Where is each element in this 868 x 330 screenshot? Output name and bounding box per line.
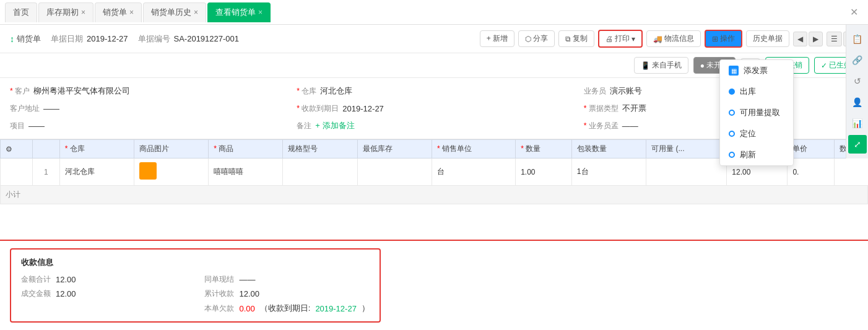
refresh-item[interactable]: 刷新 xyxy=(720,144,793,165)
sidebar-expand-icon[interactable]: ⤢ xyxy=(848,135,867,154)
doc-type-label: 销货单 xyxy=(17,33,41,45)
sidebar-link-icon[interactable]: 🔗 xyxy=(848,51,867,69)
locate-icon xyxy=(729,131,735,137)
col-settings[interactable]: ⚙ xyxy=(1,140,33,158)
row-sales-unit: 台 xyxy=(432,158,516,186)
address-label: 客户地址 xyxy=(10,103,40,114)
add-invoice-item[interactable]: ▦ 添发票 xyxy=(720,60,793,81)
row-image xyxy=(134,158,208,186)
address-row: 客户地址 —— xyxy=(10,103,284,114)
doc-type-icon: ↕ xyxy=(10,34,14,44)
col-product: 商品 xyxy=(209,140,283,158)
cumulative-value: 12.00 xyxy=(239,289,259,298)
locate-item[interactable]: 定位 xyxy=(720,123,793,144)
warehouse-row: 仓库 河北仓库 xyxy=(297,85,571,97)
tab-bar: 首页 库存期初 × 销货单 × 销货单历史 × 查看销货单 × ✕ xyxy=(0,0,868,25)
payment-info: 收款信息 金额合计 12.00 同单现结 —— 成交金额 12.00 累计收款 … xyxy=(10,248,381,323)
row-unit-price: 0. xyxy=(788,158,835,186)
circle-icon: ● xyxy=(700,61,705,70)
operations-icon: ⊞ xyxy=(712,35,718,43)
customer-row: 客户 柳州粤港平安气体有限公司 xyxy=(10,85,284,97)
share-button[interactable]: ⬡ 分享 xyxy=(518,30,555,47)
out-warehouse-icon xyxy=(729,89,735,95)
available-qty-item[interactable]: 可用量提取 xyxy=(720,102,793,123)
customer-label: 客户 xyxy=(10,86,30,97)
effective-icon: ✓ xyxy=(821,61,827,70)
project-row: 项目 —— xyxy=(10,120,284,131)
overdue-date: 2019-12-27 xyxy=(315,304,357,313)
operations-button[interactable]: ⊞ 操作 xyxy=(705,30,742,48)
add-remark-button[interactable]: + 添加备注 xyxy=(315,120,354,131)
sidebar-clipboard-icon[interactable]: 📋 xyxy=(848,30,867,48)
operations-dropdown: ▦ 添发票 出库 可用量提取 定位 刷新 xyxy=(719,59,794,166)
overdue-note: （收款到期日: xyxy=(260,303,311,314)
tab-sales-close[interactable]: × xyxy=(129,8,134,17)
print-button[interactable]: 🖨 打印 ▾ xyxy=(598,30,643,48)
print-dropdown-icon: ▾ xyxy=(631,35,635,43)
row-available xyxy=(646,158,727,186)
customer-value: 柳州粤港平安气体有限公司 xyxy=(33,85,130,97)
salesperson-value: —— xyxy=(622,121,638,131)
row-quantity: 1.00 xyxy=(516,158,572,186)
tab-sales-history[interactable]: 销货单历史 × xyxy=(143,2,206,22)
row-package-qty: 1台 xyxy=(571,158,646,186)
total-value: 12.00 xyxy=(56,275,76,284)
list-view-button[interactable]: ☰ xyxy=(827,32,842,46)
tab-view-sales[interactable]: 查看销货单 × xyxy=(207,2,271,22)
transaction-row: 成交金额 12.00 xyxy=(21,289,186,299)
tab-inventory-close[interactable]: × xyxy=(81,8,85,17)
from-phone-button[interactable]: 📱 来自手机 xyxy=(634,57,688,74)
overdue-close: ） xyxy=(362,303,370,314)
payment-grid: 金额合计 12.00 同单现结 —— 成交金额 12.00 累计收款 12.00 xyxy=(21,274,370,314)
refresh-icon xyxy=(729,152,735,158)
ticket-type-value: 不开票 xyxy=(622,103,646,114)
history-button[interactable]: 历史单据 xyxy=(746,30,789,47)
tab-history-close[interactable]: × xyxy=(194,8,198,17)
doc-type-badge: ↕ 销货单 xyxy=(10,33,41,45)
project-label: 项目 xyxy=(10,121,25,131)
bottom-section: 收款信息 金额合计 12.00 同单现结 —— 成交金额 12.00 累计收款 … xyxy=(0,240,868,330)
logistics-button[interactable]: 🚚 物流信息 xyxy=(646,30,701,47)
col-seq xyxy=(32,140,59,158)
col-warehouse: 仓库 xyxy=(59,140,134,158)
out-warehouse-item[interactable]: 出库 xyxy=(720,81,793,102)
cumulative-row: 累计收款 12.00 xyxy=(204,289,369,299)
col-image: 商品图片 xyxy=(134,140,208,158)
doc-meta-number: 单据编号 SA-20191227-001 xyxy=(138,33,240,45)
tab-inventory-init[interactable]: 库存期初 × xyxy=(38,2,93,22)
new-button[interactable]: + 新增 xyxy=(480,30,514,47)
total-label: 金额合计 xyxy=(21,274,51,285)
remark-row: 备注 + 添加备注 xyxy=(297,120,571,131)
header-actions: + 新增 ⬡ 分享 ⧉ 复制 🖨 打印 ▾ 🚚 物流信息 ⊞ 操作 xyxy=(480,30,858,48)
tab-sales-order[interactable]: 销货单 × xyxy=(95,2,142,22)
tab-home[interactable]: 首页 xyxy=(5,2,37,22)
staff-value: 演示账号 xyxy=(610,85,642,97)
copy-button[interactable]: ⧉ 复制 xyxy=(558,30,594,47)
nav-arrows: ◀ ▶ xyxy=(793,32,823,46)
payment-date-label: 收款到期日 xyxy=(297,103,339,114)
date-value: 2019-12-27 xyxy=(87,34,128,43)
next-button[interactable]: ▶ xyxy=(809,32,823,46)
tab-view-close[interactable]: × xyxy=(258,8,263,17)
cumulative-label: 累计收款 xyxy=(204,289,234,299)
row-settings xyxy=(1,158,33,186)
phone-icon: 📱 xyxy=(641,61,650,70)
global-close-button[interactable]: ✕ xyxy=(845,4,863,20)
overdue-row: 本单欠款 0.00 （收款到期日: 2019-12-27 ） xyxy=(204,303,369,314)
add-invoice-icon: ▦ xyxy=(729,66,739,76)
logistics-icon: 🚚 xyxy=(653,35,662,43)
same-order-value: —— xyxy=(239,275,255,284)
sidebar-chart-icon[interactable]: 📊 xyxy=(848,114,867,132)
total-row: 金额合计 12.00 xyxy=(21,274,186,285)
available-qty-icon xyxy=(729,110,735,116)
sidebar-refresh-icon[interactable]: ↺ xyxy=(848,72,867,90)
remark-label: 备注 xyxy=(297,121,311,131)
col-quantity: 数量 xyxy=(516,140,572,158)
row-min-stock xyxy=(357,158,432,186)
col-package-qty: 包装数量 xyxy=(571,140,646,158)
sidebar-user-icon[interactable]: 👤 xyxy=(848,93,867,111)
overdue-value: 0.00 xyxy=(239,304,254,313)
overdue-label: 本单欠款 xyxy=(204,303,234,314)
col-spec: 规格型号 xyxy=(283,140,357,158)
prev-button[interactable]: ◀ xyxy=(793,32,807,46)
